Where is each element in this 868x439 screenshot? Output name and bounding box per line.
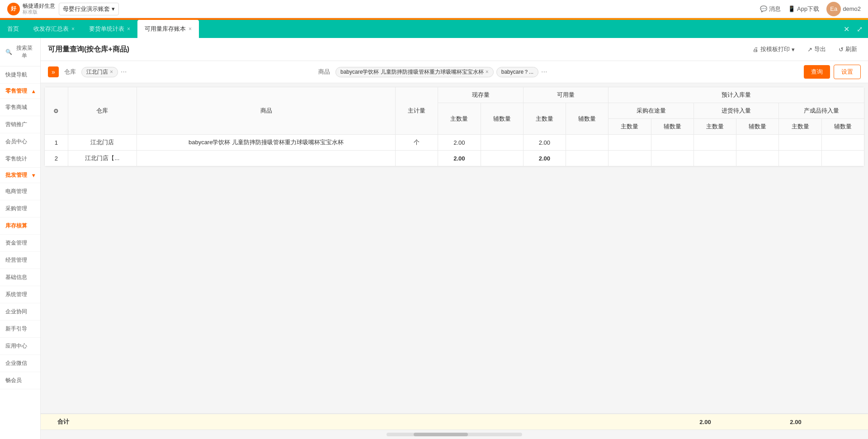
tab-close-order[interactable]: × <box>127 26 130 32</box>
th-purchase-main: 主数量 <box>609 119 651 135</box>
page-title: 可用量查询(按仓库+商品) <box>48 45 129 54</box>
product-more[interactable]: ··· <box>541 68 547 76</box>
row2-production-aux <box>821 151 864 166</box>
chevron-down-icon: ▾ <box>792 46 795 53</box>
footer-stock-main: 2.00 <box>683 419 728 425</box>
tab-order-stats[interactable]: 要货单统计表 × <box>82 20 137 38</box>
close-window-icon[interactable]: ✕ <box>842 23 851 35</box>
message-btn[interactable]: 💬 消息 <box>760 5 781 13</box>
row1-unit: 个 <box>396 135 438 151</box>
th-main-unit: 主计量 <box>396 87 438 135</box>
th-settings[interactable]: ⚙ <box>45 87 68 135</box>
sidebar-item-retail-stats[interactable]: 零售统计 <box>0 151 40 168</box>
avatar: Ea <box>826 2 841 16</box>
main-layout: 🔍 搜索菜单 快捷导航 零售管理 ▴ 零售商城 营销推广 会员中心 零售统计 批… <box>0 38 868 439</box>
refresh-btn[interactable]: ↺ 刷新 <box>835 43 861 55</box>
row1-avail-main: 2.00 <box>523 135 566 151</box>
row1-purchase-main <box>609 135 651 151</box>
chevron-down-icon: ▾ <box>32 172 35 179</box>
export-icon: ↗ <box>807 46 812 53</box>
query-btn[interactable]: 查询 <box>804 65 830 79</box>
search-menu-btn[interactable]: 🔍 搜索菜单 <box>4 42 37 61</box>
sidebar-item-retail-mall[interactable]: 零售商城 <box>0 99 40 116</box>
chevron-down-icon: ▾ <box>112 5 115 12</box>
row2-unit <box>396 151 438 166</box>
chevron-up-icon: ▴ <box>32 88 35 94</box>
row2-avail-main: 2.00 <box>523 151 566 166</box>
tab-available-qty[interactable]: 可用量库存账本 × <box>137 20 199 38</box>
row1-production-main <box>779 135 821 151</box>
tab-home[interactable]: 首页 <box>0 20 26 38</box>
sidebar-item-finance[interactable]: 资金管理 <box>0 235 40 252</box>
row1-product: babycare学饮杯 儿童防摔防撞吸管杯重力球吸嘴杯宝宝水杯 <box>137 135 395 151</box>
sidebar-item-operations[interactable]: 经营管理 <box>0 252 40 269</box>
row2-warehouse: 江北门店【... <box>68 151 137 166</box>
sidebar-item-basic-info[interactable]: 基础信息 <box>0 269 40 286</box>
tab-bar-right: ✕ ⤢ <box>842 23 868 35</box>
row1-production-aux <box>821 135 864 151</box>
table-row: 2 江北门店【... 2.00 2.00 <box>45 151 864 166</box>
message-icon: 💬 <box>760 5 767 12</box>
app-download-btn[interactable]: 📱 App下载 <box>788 5 819 13</box>
sidebar-item-enterprise-collab[interactable]: 企业协同 <box>0 303 40 321</box>
sidebar-item-marketing[interactable]: 营销推广 <box>0 116 40 133</box>
tab-close-available[interactable]: × <box>189 26 192 32</box>
sidebar-item-new-guide[interactable]: 新手引导 <box>0 321 40 338</box>
expand-icon: » <box>52 68 55 76</box>
sidebar-item-retail-mgmt[interactable]: 零售管理 ▴ <box>0 84 40 99</box>
maximize-icon[interactable]: ⤢ <box>855 23 864 35</box>
product-tag-1[interactable]: babycare学饮杯 儿童防摔防撞吸管杯重力球吸嘴杯宝宝水杯 × <box>335 67 494 77</box>
sidebar-item-quick-nav[interactable]: 快捷导航 <box>0 66 40 84</box>
row1-avail-aux <box>566 135 609 151</box>
row1-stock-aux <box>481 135 523 151</box>
th-avail-main: 主数量 <box>523 103 566 135</box>
sidebar-item-member[interactable]: 会员中心 <box>0 133 40 151</box>
sidebar-item-system[interactable]: 系统管理 <box>0 286 40 303</box>
sidebar-item-wholesale-mgmt[interactable]: 批发管理 ▾ <box>0 168 40 183</box>
row1-incoming-main <box>693 135 736 151</box>
table-area: ⚙ 仓库 商品 主计量 现存量 可用量 预计入库量 主数量 辅数量 主数量 辅数… <box>41 83 868 413</box>
scrollbar-thumb[interactable] <box>414 433 468 436</box>
remove-product-tag-1[interactable]: × <box>486 69 489 75</box>
sidebar-item-member-plus[interactable]: 畅会员 <box>0 372 40 389</box>
th-available-group: 可用量 <box>523 87 609 103</box>
th-product: 商品 <box>137 87 395 135</box>
table-footer: 合计 2.00 2.00 <box>41 413 868 430</box>
tab-receive-summary[interactable]: 收发存汇总表 × <box>26 20 82 38</box>
filter-bar: » 仓库 江北门店 × ··· 商品 babycare学饮杯 儿童防摔防撞吸管杯… <box>41 61 868 83</box>
th-incoming-main: 主数量 <box>693 119 736 135</box>
tab-close-receive[interactable]: × <box>71 26 75 32</box>
footer-avail-main: 2.00 <box>773 419 818 425</box>
remove-warehouse-tag[interactable]: × <box>110 69 113 75</box>
warehouse-more[interactable]: ··· <box>121 68 127 76</box>
logo-area: 好 畅捷通好生意 标准版 <box>7 3 55 15</box>
horizontal-scrollbar[interactable] <box>387 433 522 436</box>
th-purchase-onway-group: 采购在途量 <box>609 103 694 119</box>
logo-icon: 好 <box>7 3 20 15</box>
search-icon: 🔍 <box>5 49 12 55</box>
export-btn[interactable]: ↗ 导出 <box>804 43 830 55</box>
th-production-aux: 辅数量 <box>821 119 864 135</box>
sidebar-item-inventory[interactable]: 库存核算 <box>0 217 40 235</box>
print-btn[interactable]: 🖨 按模板打印 ▾ <box>749 43 798 55</box>
filter-expand-btn[interactable]: » <box>48 66 59 77</box>
setting-btn[interactable]: 设置 <box>834 65 861 79</box>
row-num-1: 1 <box>45 135 68 151</box>
sidebar: 🔍 搜索菜单 快捷导航 零售管理 ▴ 零售商城 营销推广 会员中心 零售统计 批… <box>0 38 41 439</box>
footer-label: 合计 <box>45 418 81 426</box>
th-purchase-aux: 辅数量 <box>651 119 693 135</box>
settings-icon[interactable]: ⚙ <box>53 108 59 114</box>
row1-incoming-aux <box>736 135 779 151</box>
sidebar-item-app-center[interactable]: 应用中心 <box>0 338 40 355</box>
row1-stock-main: 2.00 <box>438 135 481 151</box>
sidebar-search[interactable]: 🔍 搜索菜单 <box>0 38 40 66</box>
sidebar-item-purchase[interactable]: 采购管理 <box>0 200 40 217</box>
sidebar-item-enterprise-wechat[interactable]: 企业微信 <box>0 355 40 372</box>
warehouse-tag[interactable]: 江北门店 × <box>81 67 118 77</box>
user-area[interactable]: Ea demo2 <box>826 2 861 16</box>
system-selector[interactable]: 母婴行业演示账套 ▾ <box>59 3 119 15</box>
logo-text: 畅捷通好生意 标准版 <box>23 3 55 15</box>
sidebar-item-ecommerce[interactable]: 电商管理 <box>0 183 40 200</box>
header-left: 好 畅捷通好生意 标准版 母婴行业演示账套 ▾ <box>7 3 119 15</box>
product-tag-2[interactable]: babycare？... <box>496 67 538 77</box>
